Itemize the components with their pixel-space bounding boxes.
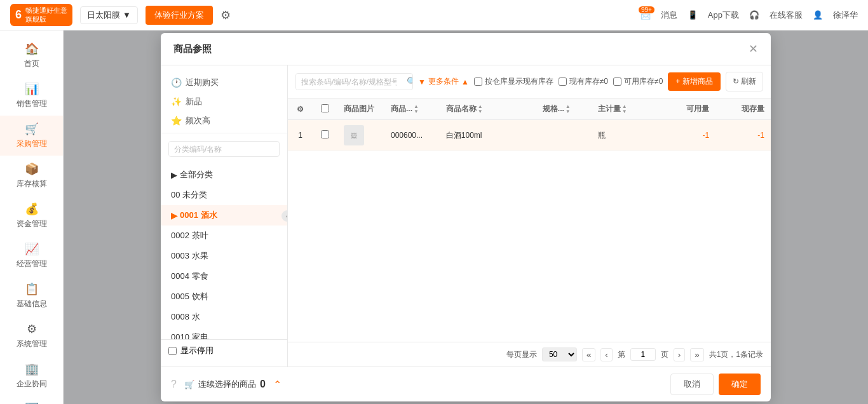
category-c0002[interactable]: 0002 茶叶 [161, 226, 287, 246]
row-img-cell: 🖼 [337, 120, 384, 151]
table-pagination: 每页显示 50 10 20 100 « ‹ 第 页 [288, 342, 771, 367]
display-stopped-section: 显示停用 [161, 339, 287, 361]
frequent-icon: ⭐ [171, 116, 182, 126]
operation-icon: 📈 [25, 242, 39, 256]
category-c0008[interactable]: 0008 水 [161, 307, 287, 327]
sidebar-item-home[interactable]: 🏠 首页 [0, 36, 63, 76]
help-icon[interactable]: ? [171, 379, 177, 390]
category-list: ▶ 全部分类 00 未分类 ▶ 0001 酒水 0002 茶 [161, 162, 287, 339]
experience-btn[interactable]: 体验行业方案 [146, 6, 213, 25]
quick-link-new[interactable]: ✨ 新品 [168, 92, 280, 111]
main-layout: 🏠 首页 📊 销售管理 🛒 采购管理 📦 库存核算 💰 资金管理 📈 经营管理 … [0, 30, 868, 404]
product-search-btn[interactable]: 🔍 [402, 74, 413, 90]
product-table-container: ⚙ 商品图片 [288, 98, 771, 342]
per-page-select[interactable]: 50 10 20 100 [542, 347, 577, 361]
th-name[interactable]: 商品名称 ▲▼ [440, 98, 536, 120]
filter-btn[interactable]: ▼ 更多条件 ▲ [418, 76, 469, 87]
page-number-input[interactable] [630, 348, 656, 361]
category-c0004[interactable]: 0004 零食 [161, 266, 287, 286]
gear-icon[interactable]: ⚙ [220, 8, 231, 22]
navbar: 6 畅捷通好生意 旗舰版 日太阳膜 ▼ 体验行业方案 ⚙ 📩 99+ 消息 📱 … [0, 0, 868, 30]
purchase-icon: 🛒 [25, 122, 39, 136]
row-stock: -1 [715, 120, 771, 151]
quick-link-recent[interactable]: 🕐 近期购买 [168, 73, 280, 92]
logo: 6 畅捷通好生意 旗舰版 [10, 4, 72, 25]
checkbox-stock[interactable] [474, 77, 482, 86]
category-all[interactable]: ▶ 全部分类 [161, 165, 287, 185]
row-num: 1 [288, 120, 313, 151]
confirm-btn[interactable]: 确定 [719, 374, 761, 395]
modal-header: 商品参照 ✕ [161, 33, 771, 65]
th-stock: 现存量 [715, 98, 771, 120]
next-page-btn[interactable]: › [674, 348, 685, 361]
row-checkbox[interactable] [321, 130, 329, 138]
filter-options: 按仓库显示现有库存 现有库存≠0 可用库存≠0 [474, 76, 663, 87]
total-info: 共1页，1条记录 [709, 349, 763, 360]
checkbox-nonzero-label[interactable]: 现有库存≠0 [559, 76, 608, 87]
footer-collapse-btn[interactable]: ⌃ [273, 379, 281, 391]
sidebar-item-finance[interactable]: 💰 资金管理 [0, 196, 63, 236]
messages-btn[interactable]: 📩 99+ [641, 10, 651, 20]
display-stopped-checkbox[interactable] [168, 347, 177, 355]
c0001-arrow-icon: ▶ [171, 211, 177, 220]
modal-overlay: 商品参照 ✕ 🕐 近期购买 ✨ [64, 30, 868, 404]
category-c0010[interactable]: 0010 家电 [161, 327, 287, 339]
sidebar-item-basics[interactable]: 📋 基础信息 [0, 276, 63, 316]
th-spec[interactable]: 规格... ▲▼ [536, 98, 592, 120]
continuous-label: 连续选择的商品 [198, 379, 256, 390]
store-selector[interactable]: 日太阳膜 ▼ [80, 6, 138, 24]
sidebar-item-enterprise[interactable]: 🏢 企业协同 [0, 356, 63, 396]
row-checkbox-cell [313, 120, 337, 151]
checkbox-nonzero[interactable] [559, 77, 567, 86]
modal-body: 🕐 近期购买 ✨ 新品 ⭐ 频次高 [161, 65, 771, 367]
row-unit: 瓶 [592, 120, 647, 151]
logo-icon: 6 [15, 8, 22, 22]
category-c00[interactable]: 00 未分类 [161, 185, 287, 205]
navbar-right: 📩 99+ 消息 📱 App下载 🎧 在线客服 👤 徐泽华 [641, 10, 858, 21]
checkbox-available-label[interactable]: 可用库存≠0 [613, 76, 663, 87]
first-page-btn[interactable]: « [582, 348, 595, 361]
product-search-input[interactable] [296, 74, 402, 90]
main-content: 商品参照 ✕ 🕐 近期购买 ✨ [64, 30, 868, 404]
category-c0003[interactable]: 0003 水果 [161, 246, 287, 266]
category-search-icon[interactable]: 🔍 [275, 142, 280, 156]
filter-collapse-icon: ▲ [461, 77, 469, 86]
cart-section[interactable]: 🛒 连续选择的商品 0 [184, 379, 266, 390]
table-row[interactable]: 1 🖼 [288, 120, 771, 151]
sidebar-item-inventory[interactable]: 📦 库存核算 [0, 156, 63, 196]
category-search-input[interactable] [169, 142, 275, 156]
row-code: 000600... [384, 120, 440, 151]
category-search: 🔍 [168, 141, 280, 157]
all-arrow-icon: ▶ [171, 170, 177, 180]
sidebar-item-purchase[interactable]: 🛒 采购管理 [0, 116, 63, 156]
cart-icon: 🛒 [184, 380, 194, 389]
prev-page-btn[interactable]: ‹ [600, 348, 612, 361]
enterprise-icon: 🏢 [25, 362, 39, 376]
category-panel: 🕐 近期购买 ✨ 新品 ⭐ 频次高 [161, 65, 288, 367]
home-icon: 🏠 [25, 42, 39, 56]
select-all-checkbox[interactable] [321, 104, 329, 112]
sidebar-item-operation[interactable]: 📈 经营管理 [0, 236, 63, 276]
th-unit[interactable]: 主计量 ▲▼ [592, 98, 647, 120]
filter-icon: ▼ [418, 77, 426, 86]
th-code[interactable]: 商品... ▲▼ [384, 98, 440, 120]
checkbox-stock-label[interactable]: 按仓库显示现有库存 [474, 76, 553, 87]
quick-link-frequent[interactable]: ⭐ 频次高 [168, 111, 280, 130]
category-c0001[interactable]: ▶ 0001 酒水 [161, 205, 287, 226]
sidebar-item-system[interactable]: ⚙ 系统管理 [0, 316, 63, 356]
row-name: 白酒100ml [440, 120, 536, 151]
sidebar-item-sales[interactable]: 📊 销售管理 [0, 76, 63, 116]
category-c0005[interactable]: 0005 饮料 [161, 286, 287, 307]
row-spec [536, 120, 592, 151]
last-page-btn[interactable]: » [690, 348, 703, 361]
modal-close-btn[interactable]: ✕ [749, 42, 758, 56]
modal-title: 商品参照 [173, 43, 212, 55]
cancel-btn[interactable]: 取消 [670, 374, 714, 395]
row-available: -1 [647, 120, 716, 151]
sidebar-item-guide[interactable]: 🆕 新手引导 [0, 396, 63, 404]
add-product-btn[interactable]: + 新增商品 [668, 72, 720, 91]
checkbox-available[interactable] [613, 77, 621, 86]
quick-links: 🕐 近期购买 ✨ 新品 ⭐ 频次高 [161, 71, 287, 133]
finance-icon: 💰 [25, 202, 39, 216]
refresh-btn[interactable]: ↻ 刷新 [726, 72, 763, 91]
